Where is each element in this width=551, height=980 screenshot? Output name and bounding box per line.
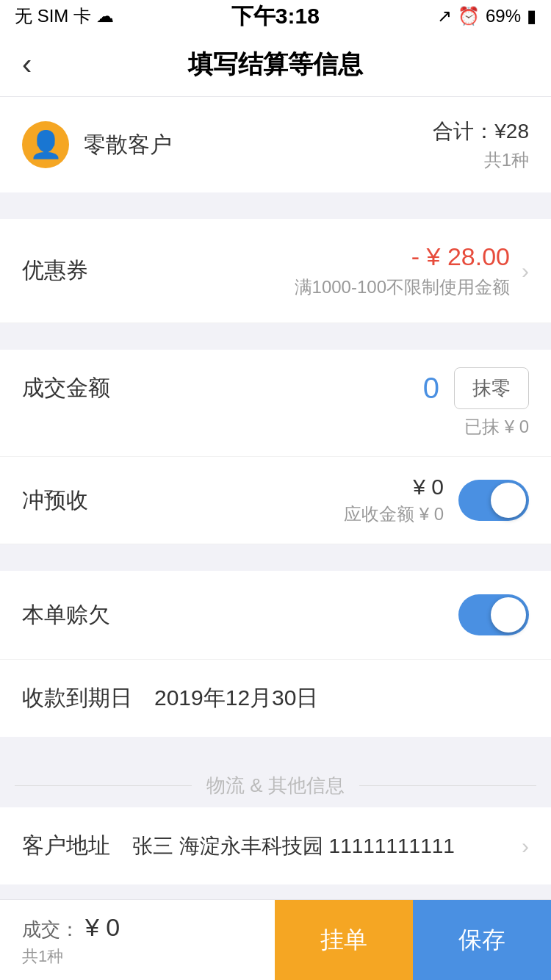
- logistics-line-right: [359, 785, 536, 786]
- toggle-knob: [491, 483, 526, 518]
- nav-bar: ‹ 填写结算等信息: [0, 32, 551, 97]
- deal-row-bottom: 已抹 ¥ 0: [22, 415, 529, 439]
- customer-row: 👤 零散客户 合计：¥28 共1种: [0, 97, 551, 192]
- prepay-sub: 应收金额 ¥ 0: [344, 502, 444, 526]
- coupon-section: 优惠券 - ¥ 28.00 满1000-100不限制使用金额 ›: [0, 219, 551, 323]
- divider-1: [0, 207, 551, 219]
- round-button[interactable]: 抹零: [454, 367, 529, 409]
- bottom-deal-amount: ¥ 0: [85, 913, 120, 942]
- customer-section: 👤 零散客户 合计：¥28 共1种: [0, 97, 551, 192]
- customer-avatar: 👤: [22, 121, 69, 168]
- credit-section: 本单赊欠 收款到期日 2019年12月30日: [0, 571, 551, 737]
- coupon-values: - ¥ 28.00 满1000-100不限制使用金额: [295, 242, 510, 299]
- logistics-header: 物流 & 其他信息: [0, 763, 551, 807]
- bottom-deal-label: 成交：: [22, 917, 79, 943]
- alarm-icon: ⏰: [458, 6, 480, 26]
- coupon-value: - ¥ 28.00: [295, 242, 510, 271]
- customer-total: 合计：¥28: [433, 118, 529, 145]
- transaction-section: 成交金额 0 抹零 已抹 ¥ 0 冲预收 ¥ 0 应收金额 ¥ 0: [0, 350, 551, 544]
- avatar-icon: 👤: [29, 129, 62, 160]
- due-date-value[interactable]: 2019年12月30日: [154, 683, 318, 713]
- logistics-line-left: [15, 785, 192, 786]
- prepay-label: 冲预收: [22, 486, 88, 516]
- deal-amount-row: 成交金额 0 抹零 已抹 ¥ 0: [0, 350, 551, 457]
- credit-toggle-knob: [491, 597, 526, 633]
- bottom-count: 共1种: [22, 945, 253, 968]
- coupon-label: 优惠券: [22, 256, 88, 286]
- customer-left: 👤 零散客户: [22, 121, 172, 168]
- customer-name: 零散客户: [84, 130, 172, 160]
- prepay-amount: ¥ 0: [344, 475, 444, 500]
- due-date-row: 收款到期日 2019年12月30日: [0, 660, 551, 737]
- status-left: 无 SIM 卡 ☁: [15, 4, 114, 28]
- page-title: 填写结算等信息: [188, 48, 363, 82]
- deal-label: 成交金额: [22, 373, 110, 403]
- hang-order-button[interactable]: 挂单: [275, 900, 413, 981]
- coupon-sub: 满1000-100不限制使用金额: [295, 275, 510, 299]
- deal-row-top: 成交金额 0 抹零: [22, 367, 529, 409]
- prepay-top: 冲预收 ¥ 0 应收金额 ¥ 0: [22, 475, 529, 526]
- coupon-row[interactable]: 优惠券 - ¥ 28.00 满1000-100不限制使用金额 ›: [0, 219, 551, 323]
- prepay-right: ¥ 0 应收金额 ¥ 0: [344, 475, 529, 526]
- due-date-label: 收款到期日: [22, 683, 132, 713]
- status-bar: 无 SIM 卡 ☁ 下午3:18 ↗ ⏰ 69% ▮: [0, 0, 551, 32]
- sim-label: 无 SIM 卡 ☁: [15, 4, 114, 28]
- coupon-right: - ¥ 28.00 满1000-100不限制使用金额 ›: [295, 242, 529, 299]
- prepay-amounts: ¥ 0 应收金额 ¥ 0: [344, 475, 444, 526]
- prepay-row: 冲预收 ¥ 0 应收金额 ¥ 0: [0, 457, 551, 544]
- bottom-bar: 成交： ¥ 0 共1种 挂单 保存: [0, 899, 551, 980]
- address-label: 客户地址: [22, 831, 110, 861]
- customer-right: 合计：¥28 共1种: [433, 118, 529, 172]
- address-chevron-icon: ›: [522, 834, 529, 859]
- address-section: 客户地址 张三 海淀永丰科技园 11111111111 ›: [0, 807, 551, 884]
- bottom-left: 成交： ¥ 0 共1种: [0, 913, 275, 968]
- deal-right-group: 0 抹零: [395, 367, 529, 409]
- content-area: 👤 零散客户 合计：¥28 共1种 优惠券 - ¥ 28.00 满1000-10…: [0, 97, 551, 980]
- battery-icon: ▮: [527, 6, 536, 26]
- logistics-label: 物流 & 其他信息: [206, 773, 345, 799]
- chevron-right-icon: ›: [522, 259, 529, 284]
- address-row[interactable]: 客户地址 张三 海淀永丰科技园 11111111111 ›: [0, 807, 551, 884]
- credit-row: 本单赊欠: [0, 571, 551, 660]
- save-button[interactable]: 保存: [413, 900, 551, 981]
- credit-toggle[interactable]: [458, 594, 529, 635]
- divider-2: [0, 338, 551, 350]
- credit-label: 本单赊欠: [22, 600, 110, 630]
- address-value: 张三 海淀永丰科技园 11111111111: [132, 832, 522, 860]
- divider-4: [0, 752, 551, 763]
- battery-label: 69%: [486, 6, 521, 26]
- deal-amount-value[interactable]: 0: [395, 372, 439, 405]
- divider-3: [0, 559, 551, 571]
- back-button[interactable]: ‹: [22, 48, 32, 81]
- status-time: 下午3:18: [231, 1, 320, 32]
- bottom-deal-row: 成交： ¥ 0: [22, 913, 253, 943]
- location-icon: ↗: [437, 6, 452, 26]
- status-right: ↗ ⏰ 69% ▮: [437, 6, 536, 26]
- customer-count: 共1种: [433, 148, 529, 172]
- prepay-toggle[interactable]: [458, 480, 529, 521]
